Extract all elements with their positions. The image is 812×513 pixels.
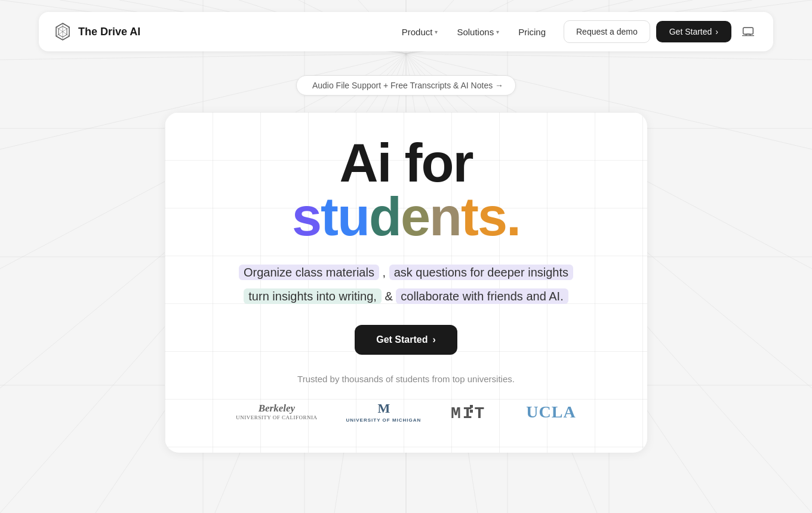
university-logos: Berkeley UNIVERSITY OF CALIFORNIA M Univ… [236, 401, 576, 423]
letter-ts: ts. [461, 190, 520, 244]
nav-links: Product ▾ Solutions ▾ Pricing [393, 22, 554, 42]
berkeley-logo: Berkeley UNIVERSITY OF CALIFORNIA [236, 403, 317, 421]
nav-pricing[interactable]: Pricing [510, 22, 554, 42]
announcement-text: Audio File Support + Free Transcripts & … [312, 81, 503, 90]
hero-cta-arrow-icon: › [432, 334, 435, 345]
announcement-bar[interactable]: Audio File Support + Free Transcripts & … [296, 75, 516, 96]
svg-text:MIT: MIT [451, 404, 486, 423]
logo-icon [53, 22, 72, 41]
subtitle-part3: turn insights into writing, [244, 288, 382, 304]
michigan-logo: M University of Michigan [346, 401, 421, 423]
nav-product[interactable]: Product ▾ [393, 22, 447, 42]
nav-get-started-button[interactable]: Get Started › [656, 21, 731, 42]
hero-subtitle: Organize class materials , ask questions… [239, 263, 573, 306]
get-started-arrow-icon: › [715, 27, 718, 36]
subtitle-ampersand: & [385, 290, 396, 303]
subtitle-part2: ask questions for deeper insights [389, 265, 573, 280]
ucla-logo: UCLA [526, 403, 576, 422]
nav-actions: Request a demo Get Started › [564, 20, 759, 43]
logo-link[interactable]: The Drive AI [53, 22, 140, 41]
letter-t: t [321, 190, 337, 244]
letter-s: s [292, 190, 321, 244]
svg-rect-47 [470, 405, 473, 408]
mit-logo: MIT [450, 401, 497, 423]
product-chevron-icon: ▾ [435, 29, 438, 35]
hero-title-line1: Ai for [340, 136, 473, 190]
svg-rect-48 [470, 410, 473, 413]
trusted-text: Trusted by thousands of students from to… [297, 374, 515, 384]
letter-d: d [369, 190, 401, 244]
letter-n: n [429, 190, 461, 244]
nav-solutions[interactable]: Solutions ▾ [448, 22, 508, 42]
subtitle-part4: collaborate with friends and AI. [396, 288, 568, 304]
main-content: Audio File Support + Free Transcripts & … [0, 63, 812, 453]
hero-title-line2: students. [292, 190, 520, 244]
subtitle-part1: Organize class materials [239, 265, 379, 280]
svg-rect-45 [743, 27, 753, 34]
hero-card: Ai for students. Organize class material… [165, 112, 647, 453]
logo-text: The Drive AI [78, 26, 140, 38]
request-demo-button[interactable]: Request a demo [564, 20, 650, 43]
hero-get-started-button[interactable]: Get Started › [355, 325, 457, 355]
solutions-chevron-icon: ▾ [496, 29, 499, 35]
laptop-icon[interactable] [737, 21, 759, 42]
letter-e: e [401, 190, 429, 244]
subtitle-comma1: , [383, 266, 389, 279]
letter-u: u [337, 190, 369, 244]
navbar: The Drive AI Product ▾ Solutions ▾ Prici… [39, 12, 773, 51]
